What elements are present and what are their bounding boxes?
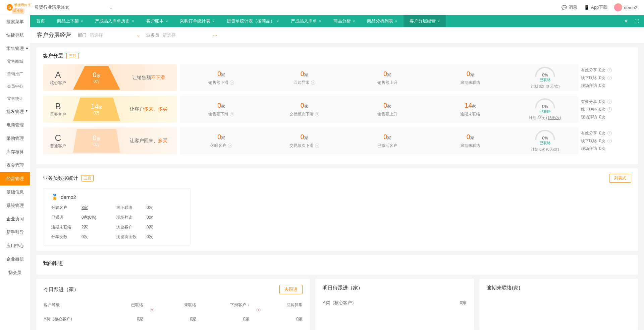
close-icon[interactable]: × [166, 19, 168, 23]
close-icon[interactable]: × [81, 19, 83, 23]
stats-value[interactable]: 0家 [147, 224, 153, 230]
sidebar-chvip[interactable]: 畅会员 [0, 266, 30, 279]
metric[interactable]: 0家 销售额上升 [346, 64, 429, 91]
close-icon[interactable]: × [132, 19, 134, 23]
messages-button[interactable]: 💬 消息 [561, 4, 577, 10]
tab[interactable]: 产成品入库单历史× [89, 15, 140, 27]
sidebar-promo[interactable]: 营销推广 [0, 68, 30, 80]
plan-link[interactable]: (0 天/次) [546, 84, 560, 88]
stats-value[interactable]: 3家 [82, 205, 88, 211]
salesman-select: 请选择 [163, 32, 206, 38]
close-icon[interactable]: × [438, 19, 440, 23]
tab[interactable]: 首页 [30, 15, 51, 27]
tab[interactable]: 客户分层经营× [404, 15, 446, 27]
metric[interactable]: 0家 交易频次下滑? [263, 127, 346, 154]
help-icon[interactable]: ? [230, 112, 234, 116]
metric[interactable]: 14家 逾期未联络 [429, 96, 512, 123]
list-view-button[interactable]: 列表式 [609, 174, 631, 183]
stats-month-tag[interactable]: 三月 [82, 175, 94, 181]
salesman-filter[interactable]: 业务员 请选择 [146, 32, 206, 38]
help-icon[interactable]: ? [315, 144, 319, 148]
sidebar-system[interactable]: 系统管理 [0, 199, 30, 212]
help-icon[interactable]: ? [607, 139, 612, 143]
plan-link[interactable]: (15天/次) [546, 116, 561, 120]
metric[interactable]: 0家 已激活客户 [346, 127, 429, 154]
sidebar-inventory[interactable]: 库存核算 [0, 145, 30, 159]
tab-label: 进货单统计表（按商品） [227, 18, 275, 24]
more-filters-icon[interactable]: ⋯ [213, 33, 218, 38]
go-followup-button[interactable]: 去跟进 [279, 285, 303, 294]
sidebar-appcenter[interactable]: 应用中心 [0, 239, 30, 253]
tab[interactable]: 商品分析× [327, 15, 361, 27]
sidebar-search[interactable]: 搜索菜单 [0, 15, 30, 29]
user-menu[interactable]: demo2 [614, 3, 637, 11]
stats-value[interactable]: 0家(0%) [82, 215, 96, 220]
close-icon[interactable]: × [353, 19, 355, 23]
tab[interactable]: 客户账本× [140, 15, 174, 27]
plan-link[interactable]: (0天/次) [546, 147, 559, 151]
sidebar-retail[interactable]: 零售管理 [0, 42, 30, 55]
account-selector[interactable]: 母婴行业演示账套 ⌵ [35, 4, 112, 10]
help-icon[interactable]: ? [607, 68, 612, 72]
stats-panel: 业务员数据统计 三月 列表式 🏅 demo2 分管客户3家已跟进0家(0%)逾期… [36, 168, 638, 251]
sidebar-guide[interactable]: 新手引导 [0, 226, 30, 239]
tab[interactable]: 采购订单统计表× [174, 15, 220, 27]
close-icon[interactable]: × [395, 19, 397, 23]
row-val[interactable]: 0家 [203, 316, 249, 322]
metric[interactable]: 0家 销售额下滑? [180, 96, 263, 123]
help-icon[interactable]: ? [228, 144, 232, 148]
month-tag[interactable]: 三月 [66, 53, 78, 59]
today-row-a: A类（核心客户） 0家 0家 0家 0家 [44, 314, 303, 324]
sidebar-ecom[interactable]: 电商管理 [0, 118, 30, 132]
metric[interactable]: 0家 销售额上升 [346, 96, 429, 123]
app-download-button[interactable]: 📱 App下载 [584, 4, 607, 10]
stats-value[interactable]: 2家 [82, 224, 88, 230]
sidebar-collab[interactable]: 企业协同 [0, 212, 30, 226]
help-icon[interactable]: ? [607, 100, 612, 104]
close-icon[interactable]: × [319, 19, 321, 23]
sidebar-wholesale[interactable]: 批发管理 [0, 105, 30, 118]
metric[interactable]: 0家 交易频次下滑? [263, 96, 346, 123]
tab[interactable]: 商品上下架× [51, 15, 89, 27]
tier-summary[interactable]: B 重要客户 14家 0万 让客户多来、多买 [43, 96, 177, 123]
fullscreen-icon[interactable]: ⛶ [633, 17, 641, 25]
help-icon[interactable]: ? [150, 308, 154, 312]
metric[interactable]: 0家 休眠客户? [180, 127, 263, 154]
dept-filter[interactable]: 部门 请选择 ⌵ [78, 32, 140, 38]
metric[interactable]: 0家 逾期未联络 [429, 64, 512, 91]
metric[interactable]: 0家 回购异常? [263, 64, 346, 91]
help-icon[interactable]: ? [315, 112, 319, 116]
help-icon[interactable]: ? [607, 107, 612, 112]
sidebar-biz[interactable]: 经营管理 [0, 172, 30, 185]
tab[interactable]: 商品分析列表× [361, 15, 403, 27]
row-val[interactable]: 0家 [97, 316, 143, 322]
help-icon[interactable]: ? [230, 80, 234, 85]
metric[interactable]: 0家 销售额下滑? [180, 64, 263, 91]
help-icon[interactable]: ? [607, 76, 612, 80]
row-val[interactable]: 0家 [150, 316, 196, 322]
sidebar-wecom[interactable]: 企业微信 [0, 253, 30, 266]
sidebar-quicknav[interactable]: 快捷导航 [0, 29, 30, 42]
tier-summary[interactable]: A 核心客户 0家 0万 让销售额不下滑 [43, 64, 177, 91]
sidebar-funds[interactable]: 资金管理 [0, 159, 30, 172]
sidebar-retail-stat[interactable]: 零售统计 [0, 93, 30, 105]
help-icon[interactable]: ? [311, 80, 315, 85]
tier-summary[interactable]: C 普通客户 0家 0万 让客户回来、多买 [43, 127, 177, 154]
sidebar-basic[interactable]: 基础信息 [0, 185, 30, 199]
metric[interactable]: 0家 逾期未联络 [429, 127, 512, 154]
sidebar-member[interactable]: 会员中心 [0, 80, 30, 93]
tab[interactable]: 进货单统计表（按商品）× [221, 15, 285, 27]
sidebar-purchase[interactable]: 采购管理 [0, 132, 30, 145]
metric-label: 逾期未联络 [460, 80, 480, 86]
close-icon[interactable]: × [277, 19, 279, 23]
tab[interactable]: 产成品入库单× [285, 15, 327, 27]
th-decline: 下滑客户 ↓ [203, 302, 249, 312]
close-icon[interactable]: × [212, 19, 214, 23]
row-val[interactable]: 0家 [256, 316, 303, 322]
tab-label: 采购订单统计表 [180, 18, 210, 24]
close-all-tabs-icon[interactable]: ✕ [622, 17, 630, 25]
sidebar-retail-mall[interactable]: 零售商城 [0, 55, 30, 68]
sidebar: 搜索菜单 快捷导航 零售管理 零售商城 营销推广 会员中心 零售统计 批发管理 … [0, 15, 30, 330]
help-icon[interactable]: ? [607, 131, 612, 135]
help-icon[interactable]: ? [256, 308, 261, 312]
